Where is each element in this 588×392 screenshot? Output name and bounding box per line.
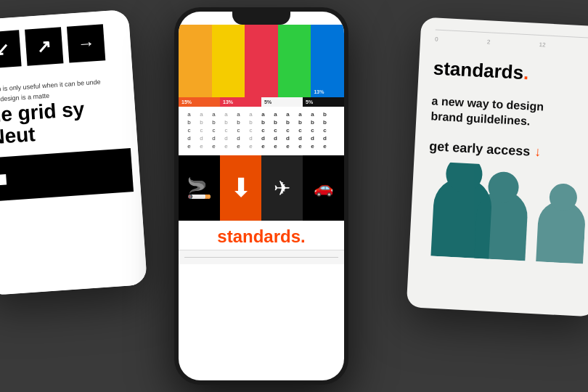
- typo-row-c: c c c c c c c c c c c c: [184, 127, 338, 134]
- icon-tile-smoking: 🚬: [179, 155, 220, 221]
- swatch-yellow: [212, 25, 245, 97]
- right-screen-inner: 0 2 12 standards. a new way to design br…: [409, 17, 588, 276]
- cta-link[interactable]: get early access ↓: [429, 139, 588, 162]
- icon-tile-car: 🚗: [303, 155, 344, 221]
- right-screen: 0 2 12 standards. a new way to design br…: [407, 17, 588, 317]
- ruler-top: 0 2 12: [435, 29, 588, 50]
- ruler-num-2: 2: [487, 38, 491, 45]
- typo-grid: a a a a a a a a a a a b b b b b b b b: [179, 107, 344, 155]
- black-bar: ■: [0, 148, 134, 202]
- phone-logo-dot: .: [301, 226, 306, 246]
- cta-text: get early access: [429, 139, 531, 159]
- icon-tile-download: ⬇: [220, 155, 261, 221]
- phone-screen: 13% 15% 13% 5% 5% a a a a a a a a a a a: [179, 12, 344, 380]
- silhouette-2: [474, 189, 528, 261]
- percent-row: 15% 13% 5% 5%: [179, 97, 344, 107]
- typo-row-a: a a a a a a a a a a a b: [184, 111, 338, 118]
- swatch-green: [278, 25, 311, 97]
- arrow-icon-3: →: [67, 24, 105, 62]
- standards-logo-dot: .: [523, 62, 529, 83]
- typo-row-b: b b b b b b b b b b b b: [184, 119, 338, 126]
- center-phone: 13% 15% 13% 5% 5% a a a a a a a a a a a: [174, 7, 348, 385]
- icons-row: ↙ ↗ →: [0, 17, 125, 75]
- ruler-num-0: 0: [435, 36, 438, 42]
- pct-3: 5%: [261, 97, 303, 107]
- ruler-line: [184, 257, 338, 258]
- icon-tile-plane: ✈: [261, 155, 303, 221]
- ruler-num-12: 12: [539, 41, 545, 48]
- typo-row-e: e e e e e e e e e e e e: [184, 143, 338, 150]
- swatch-blue-label: 13%: [314, 89, 324, 94]
- phone-logo-text: standards: [217, 226, 301, 246]
- cta-arrow-icon: ↓: [534, 144, 542, 159]
- swatch-orange: [179, 25, 212, 97]
- phone-ruler: [179, 250, 344, 264]
- standards-logo-text: standards: [433, 57, 524, 83]
- pct-4: 5%: [303, 97, 344, 107]
- left-screen: ↙ ↗ → ation is only useful when it can b…: [0, 9, 147, 295]
- arrow-icon-1: ↙: [0, 30, 22, 68]
- standards-logo: standards.: [433, 57, 588, 87]
- left-text-block: ation is only useful when it can be unde…: [0, 73, 130, 152]
- color-swatches: 13%: [179, 25, 344, 97]
- phone-notch: [232, 12, 290, 25]
- icon-tiles: 🚬 ⬇ ✈ 🚗: [179, 155, 344, 221]
- typo-row-d: d d d d d d d d d d d d: [184, 135, 338, 142]
- phone-logo: standards.: [179, 221, 344, 250]
- swatch-blue: 13%: [311, 25, 344, 97]
- pct-1: 15%: [179, 97, 220, 107]
- silhouette-3: [536, 200, 586, 264]
- arrow-icon-2: ↗: [25, 27, 63, 65]
- silhouettes-container: [423, 161, 588, 264]
- swatch-red: [245, 25, 278, 97]
- tagline: a new way to design brand guildelines.: [430, 94, 588, 132]
- black-bar-text: ■: [0, 166, 9, 192]
- pct-2: 13%: [220, 97, 261, 107]
